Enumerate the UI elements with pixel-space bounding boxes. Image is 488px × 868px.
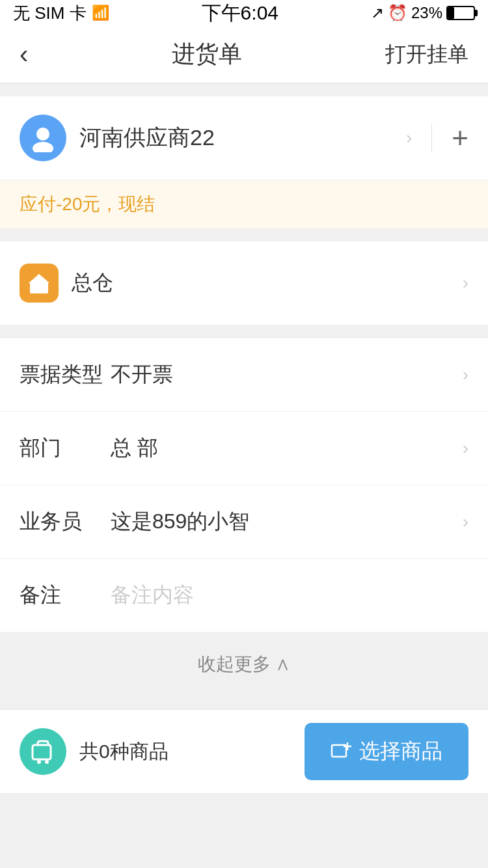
- salesman-chevron-icon: ›: [463, 511, 468, 532]
- add-button[interactable]: +: [452, 122, 468, 154]
- collapse-label: 收起更多 ∧: [198, 652, 291, 677]
- product-count: 共0种商品: [79, 739, 305, 765]
- remark-row[interactable]: 备注 备注内容: [0, 559, 488, 632]
- select-product-label: 选择商品: [359, 737, 442, 766]
- bg-fill: [0, 793, 488, 868]
- svg-point-0: [36, 128, 49, 141]
- notice-bar: 应付-20元，现结: [0, 180, 488, 228]
- nav-bar: ‹ 进货单 打开挂单: [0, 26, 488, 83]
- department-chevron-icon: ›: [463, 438, 468, 459]
- invoice-type-value: 不开票: [111, 360, 463, 389]
- supplier-avatar: [20, 115, 66, 161]
- remark-label: 备注: [20, 581, 111, 610]
- salesman-label: 业务员: [20, 508, 111, 536]
- section-gap-1: [0, 83, 488, 96]
- salesman-row[interactable]: 业务员 这是859的小智 ›: [0, 485, 488, 559]
- svg-point-6: [45, 760, 49, 764]
- svg-rect-2: [30, 282, 48, 293]
- svg-rect-4: [33, 745, 51, 759]
- warehouse-row[interactable]: 总仓 ›: [0, 241, 488, 325]
- invoice-type-label: 票据类型: [20, 360, 111, 389]
- person-icon: [29, 124, 57, 152]
- back-button[interactable]: ‹: [20, 40, 28, 69]
- invoice-type-chevron-icon: ›: [463, 364, 468, 385]
- svg-marker-3: [29, 274, 49, 283]
- supplier-section: 河南供应商22 › + 应付-20元，现结: [0, 96, 488, 228]
- cart-icon: [30, 739, 56, 765]
- status-bar: 无 SIM 卡 📶 下午6:04 ↗ ⏰ 23%: [0, 0, 488, 26]
- select-product-button[interactable]: 选择商品: [305, 723, 468, 780]
- bottom-bar: 共0种商品 选择商品: [0, 709, 488, 793]
- open-pending-button[interactable]: 打开挂单: [385, 40, 468, 69]
- notice-text: 应付-20元，现结: [20, 194, 155, 214]
- supplier-name: 河南供应商22: [79, 123, 406, 153]
- status-right: ↗ ⏰ 23%: [371, 4, 475, 22]
- warehouse-icon-wrap: [20, 264, 59, 303]
- select-product-icon: [331, 741, 351, 762]
- svg-point-1: [33, 142, 53, 152]
- warehouse-chevron-icon: ›: [463, 273, 468, 293]
- location-icon: ↗: [371, 4, 384, 22]
- status-left: 无 SIM 卡 📶: [13, 2, 109, 25]
- invoice-type-row[interactable]: 票据类型 不开票 ›: [0, 338, 488, 412]
- department-label: 部门: [20, 434, 111, 463]
- warehouse-icon: [27, 271, 51, 295]
- section-gap-2: [0, 228, 488, 241]
- department-row[interactable]: 部门 总 部 ›: [0, 412, 488, 485]
- status-time: 下午6:04: [202, 0, 278, 27]
- svg-point-5: [37, 760, 41, 764]
- warehouse-name: 总仓: [72, 269, 463, 297]
- salesman-value: 这是859的小智: [111, 508, 463, 536]
- section-gap-3: [0, 325, 488, 338]
- no-sim-text: 无 SIM 卡: [13, 2, 87, 25]
- product-icon-wrap: [20, 728, 66, 775]
- supplier-chevron-icon: ›: [406, 128, 412, 148]
- vertical-divider: [431, 124, 432, 152]
- collapse-row[interactable]: 收起更多 ∧: [0, 632, 488, 696]
- department-value: 总 部: [111, 434, 463, 463]
- battery-text: 23%: [411, 4, 442, 22]
- alarm-icon: ⏰: [388, 4, 407, 22]
- supplier-row[interactable]: 河南供应商22 › +: [0, 96, 488, 180]
- remark-input[interactable]: 备注内容: [111, 581, 468, 610]
- battery-icon: [446, 6, 475, 20]
- section-gap-4: [0, 696, 488, 709]
- form-section: 票据类型 不开票 › 部门 总 部 › 业务员 这是859的小智 › 备注 备注…: [0, 338, 488, 632]
- wifi-icon: 📶: [92, 5, 109, 21]
- page-title: 进货单: [172, 38, 242, 70]
